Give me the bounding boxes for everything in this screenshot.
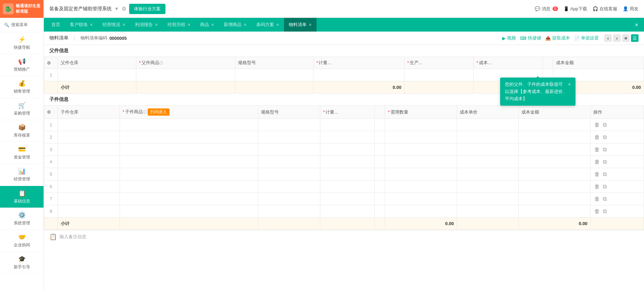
user-button[interactable]: 👤 用友 [623,6,639,12]
child-row-8-delete-icon[interactable]: 🗑 [593,208,601,214]
settings-icon[interactable]: ⚙ [122,5,126,12]
child-row-3-warehouse[interactable] [58,143,120,156]
prev-button[interactable]: ‹ [604,34,612,42]
child-row-7-delete-icon[interactable]: 🗑 [593,196,601,202]
child-col-settings[interactable]: ⚙ [44,106,58,119]
child-row-5-delete-icon[interactable]: 🗑 [593,171,601,177]
sidebar-item-shortcut[interactable]: ⚡ 快捷导航 [0,32,44,54]
app-download-button[interactable]: 📱 App下载 [564,6,587,12]
sidebar-item-sales[interactable]: 💰 销售管理 [0,76,44,98]
tab-new-product-close[interactable]: ✕ [244,23,247,27]
child-row-2-qty[interactable] [385,131,457,143]
sidebar-item-system[interactable]: ⚙️ 系统管理 [0,208,44,230]
view-action[interactable]: ▶ 视频 [502,35,516,41]
message-button[interactable]: 💬 消息 6 [535,6,558,12]
tab-profit[interactable]: 利润报告 ✕ [130,18,163,32]
child-row-3-delete-icon[interactable]: 🗑 [593,147,601,152]
child-row-4-copy-icon[interactable]: ⧉ [602,159,608,165]
child-row-6-copy-icon[interactable]: ⧉ [602,184,608,189]
child-row-1-warehouse[interactable] [58,119,120,131]
child-row-1-copy-icon[interactable]: ⧉ [602,122,608,128]
tab-profit-close[interactable]: ✕ [155,23,158,27]
child-row-5-product[interactable] [120,168,258,180]
child-row-2-unit-price[interactable] [457,131,519,143]
online-service-button[interactable]: 🎧 在线客服 [593,6,617,12]
next-button[interactable]: › [613,34,621,42]
sidebar-item-basicinfo[interactable]: 📋 基础信息 [0,186,44,208]
child-row-1-delete-icon[interactable]: 🗑 [593,122,601,128]
sidebar-item-inventory[interactable]: 📦 库存核算 [0,120,44,142]
search-menu-button[interactable]: 🔍 搜索菜单 [3,21,41,29]
child-row-2-spec[interactable] [258,131,320,143]
child-row-5-unit[interactable] [320,168,375,180]
child-row-4-qty[interactable] [385,156,457,168]
sidebar-item-management[interactable]: 📊 经营管理 [0,164,44,186]
child-row-3-qty[interactable] [385,143,457,156]
tooltip-close-button[interactable]: × [568,81,571,88]
child-row-3-unit-price[interactable] [457,143,519,156]
tab-home[interactable]: 首页 [47,18,65,32]
child-row-8-unit[interactable] [320,205,375,218]
child-row-5-spec[interactable] [258,168,320,180]
child-row-7-unit[interactable] [320,193,375,205]
child-row-6-unit[interactable] [320,180,375,193]
child-row-2-delete-icon[interactable]: 🗑 [593,134,601,140]
child-row-4-product[interactable] [120,156,258,168]
sidebar-item-finance[interactable]: 💳 资金管理 [0,142,44,164]
tab-customer[interactable]: 客户联络 ✕ [65,18,98,32]
child-row-5-warehouse[interactable] [58,168,120,180]
shortcut-action[interactable]: ⌨ 快捷键 [520,35,541,41]
close-all-tabs[interactable]: ✕ [632,22,641,27]
child-row-2-copy-icon[interactable]: ⧉ [602,134,608,140]
list-view-button[interactable]: ☰ [631,34,639,42]
extract-cost-action[interactable]: 📤 提取成本 [545,35,570,41]
child-row-5-unit-price[interactable] [457,168,519,180]
tab-customer-close[interactable]: ✕ [90,23,93,27]
child-row-8-qty[interactable] [385,205,457,218]
tab-barcode[interactable]: 条码方案 ✕ [251,18,284,32]
child-row-5-qty[interactable] [385,168,457,180]
child-row-8-unit-price[interactable] [457,205,519,218]
tab-history-close[interactable]: ✕ [187,23,190,27]
tab-new-product[interactable]: 新增商品 ✕ [219,18,251,32]
tab-bom[interactable]: 物料清单 ✕ [284,18,317,32]
tab-barcode-close[interactable]: ✕ [276,23,279,27]
dropdown-arrow-icon[interactable]: ▼ [114,6,119,11]
parent-row-1-unit[interactable] [313,69,404,81]
child-row-6-warehouse[interactable] [58,180,120,193]
tab-operation-close[interactable]: ✕ [122,23,125,27]
child-row-3-copy-icon[interactable]: ⧉ [602,147,608,152]
child-row-7-product[interactable] [120,193,258,205]
parent-col-settings[interactable]: ⚙ [44,57,58,69]
single-settings-action[interactable]: 📄 单据设置 [574,35,599,41]
child-row-2-unit[interactable] [320,131,375,143]
sidebar-item-guide[interactable]: 🎓 新手引导 [0,252,44,274]
child-row-6-unit-price[interactable] [457,180,519,193]
child-row-5-copy-icon[interactable]: ⧉ [602,171,608,177]
child-row-3-unit[interactable] [320,143,375,156]
child-row-6-delete-icon[interactable]: 🗑 [593,184,601,189]
child-row-8-spec[interactable] [258,205,320,218]
tab-product-close[interactable]: ✕ [211,23,214,27]
child-row-7-copy-icon[interactable]: ⧉ [602,196,608,202]
child-row-1-unit[interactable] [320,119,375,131]
child-row-4-unit-price[interactable] [457,156,519,168]
sidebar-item-cooperation[interactable]: 🤝 企业协同 [0,230,44,252]
sidebar-item-marketing[interactable]: 📢 营销推广 [0,54,44,76]
child-row-1-product[interactable] [120,119,258,131]
child-row-7-qty[interactable] [385,193,457,205]
child-row-4-spec[interactable] [258,156,320,168]
parent-row-1-product[interactable] [136,69,235,81]
sidebar-item-purchase[interactable]: 🛒 采购管理 [0,98,44,120]
parent-row-1-spec[interactable] [235,69,313,81]
tab-bom-close[interactable]: ✕ [309,23,312,27]
child-row-6-product[interactable] [120,180,258,193]
page-tab1[interactable]: 物料清单 [49,35,69,41]
child-row-4-delete-icon[interactable]: 🗑 [593,159,601,165]
child-row-8-copy-icon[interactable]: ⧉ [602,208,608,214]
tab-product[interactable]: 商品 ✕ [195,18,219,32]
trial-button[interactable]: 体验行业方案 [129,4,165,14]
grid-view-button[interactable]: ≡ [622,34,630,42]
tab-operation[interactable]: 经营情况 ✕ [98,18,130,32]
child-row-1-spec[interactable] [258,119,320,131]
